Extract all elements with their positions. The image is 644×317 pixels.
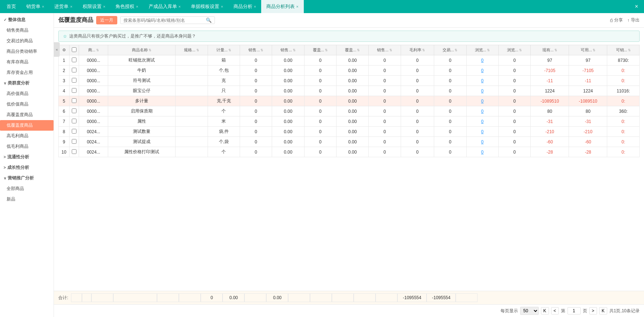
sidebar-item-low-value[interactable]: 低价值商品 bbox=[0, 99, 54, 110]
row-checkbox[interactable] bbox=[72, 119, 76, 123]
table-cell bbox=[176, 106, 208, 116]
table-cell: 0 bbox=[401, 106, 434, 116]
row-checkbox[interactable] bbox=[72, 98, 76, 103]
nav-roles[interactable]: 角色授权× bbox=[110, 0, 143, 13]
col-header-sales-amt[interactable]: 销售...⇅ bbox=[272, 45, 304, 55]
sidebar-section-overview[interactable]: ✓ 整体信息 bbox=[0, 15, 54, 25]
table-cell bbox=[70, 96, 79, 106]
share-button[interactable]: ⎙ 分享 bbox=[610, 17, 623, 23]
nav-analysis[interactable]: 商品分析× bbox=[228, 0, 261, 13]
first-page-button[interactable]: K bbox=[541, 307, 549, 314]
table-cell: 0.00 bbox=[272, 66, 304, 76]
row-checkbox[interactable] bbox=[72, 88, 76, 93]
col-header-gross[interactable]: 毛利率⇅ bbox=[401, 45, 434, 55]
col-header-browse2[interactable]: 浏览...⇅ bbox=[498, 45, 530, 55]
search-input[interactable] bbox=[123, 18, 206, 23]
row-checkbox[interactable] bbox=[72, 149, 76, 154]
sidebar-section-growth[interactable]: > 成长性分析 bbox=[0, 162, 54, 173]
sidebar-section-marketing[interactable]: ∨ 营销推广分析 bbox=[0, 173, 54, 183]
col-header-spec[interactable]: 规格...⇅ bbox=[176, 45, 208, 55]
row-checkbox[interactable] bbox=[72, 68, 76, 72]
col-header-available[interactable]: 可用...⇅ bbox=[569, 45, 607, 55]
table-cell: -60 bbox=[531, 137, 569, 147]
table-cell: 0.00 bbox=[272, 96, 304, 106]
sidebar-section-cluster[interactable]: ∨ 类群度分析 bbox=[0, 78, 54, 88]
sidebar-collapse-button[interactable]: « bbox=[54, 42, 60, 57]
sidebar-item-sales-goods[interactable]: 销售类商品 bbox=[0, 25, 54, 36]
section-arrow-marketing: ∨ bbox=[4, 176, 6, 180]
sidebar-section-circulation[interactable]: > 流通性分析 bbox=[0, 152, 54, 162]
sidebar-item-inventory-funds[interactable]: 库存资金占用 bbox=[0, 67, 54, 78]
nav-production[interactable]: 产成品入库单× bbox=[144, 0, 186, 13]
nav-roles-close[interactable]: × bbox=[136, 4, 138, 9]
export-label: 导出 bbox=[631, 17, 640, 23]
header-actions: ⎙ 分享 ↑ 导出 bbox=[610, 17, 640, 23]
nav-analysis-list[interactable]: 商品分析列表× bbox=[261, 0, 303, 13]
sidebar-item-low-coverage[interactable]: 低覆盖度商品 bbox=[0, 120, 54, 131]
next-page-button[interactable]: > bbox=[589, 307, 597, 314]
page-number-input[interactable] bbox=[568, 307, 581, 314]
table-cell bbox=[176, 147, 208, 157]
nav-template-close[interactable]: × bbox=[221, 4, 223, 9]
table-cell: 4 bbox=[59, 86, 70, 96]
nav-sales-close[interactable]: × bbox=[42, 4, 44, 9]
nav-analysis-close[interactable]: × bbox=[254, 4, 256, 9]
table-row: 50000...多计量克,千克00.0000.0000000-1089510-1… bbox=[59, 96, 640, 106]
sidebar-item-high-margin[interactable]: 高毛利商品 bbox=[0, 131, 54, 141]
col-header-saleable[interactable]: 可销...⇅ bbox=[607, 45, 640, 55]
info-icon: ☆ bbox=[63, 34, 67, 39]
col-header-trade[interactable]: 交易...⇅ bbox=[434, 45, 466, 55]
col-header-current[interactable]: 现有...⇅ bbox=[531, 45, 569, 55]
nav-home[interactable]: 首页 bbox=[1, 0, 21, 13]
footer-sales-qty: 0 bbox=[201, 293, 223, 302]
page-prefix-label: 第 bbox=[561, 308, 565, 314]
nav-template[interactable]: 单据模板设置× bbox=[186, 0, 228, 13]
select-all-checkbox[interactable] bbox=[72, 47, 76, 52]
sidebar-item-stocked-goods[interactable]: 有库存商品 bbox=[0, 57, 54, 67]
row-checkbox[interactable] bbox=[72, 129, 76, 134]
table-cell: 0 bbox=[401, 86, 434, 96]
table-cell: 0: bbox=[607, 96, 640, 106]
col-header-unit[interactable]: 计量...⇅ bbox=[208, 45, 240, 55]
col-header-sales-qty[interactable]: 销售...⇅ bbox=[240, 45, 272, 55]
row-checkbox[interactable] bbox=[72, 58, 76, 62]
col-header-settings[interactable]: ⚙ bbox=[59, 45, 70, 55]
nav-purchase[interactable]: 进货单× bbox=[49, 0, 77, 13]
filter-recent-month[interactable]: 近一月 bbox=[96, 16, 117, 24]
table-cell: 11016: bbox=[607, 86, 640, 96]
table-cell: 0 bbox=[498, 96, 530, 106]
row-checkbox[interactable] bbox=[72, 139, 76, 144]
sidebar-item-high-value[interactable]: 高价值商品 bbox=[0, 88, 54, 99]
col-header-cover1[interactable]: 覆盖...⇅ bbox=[304, 45, 336, 55]
section-label-overview: 整体信息 bbox=[8, 17, 25, 23]
nav-purchase-close[interactable]: × bbox=[70, 4, 72, 9]
nav-permissions[interactable]: 权限设置× bbox=[78, 0, 110, 13]
sidebar-item-category-rate[interactable]: 商品分类动销率 bbox=[0, 46, 54, 57]
sidebar-item-new-goods[interactable]: 新品 bbox=[0, 194, 54, 205]
nav-sales[interactable]: 销货单× bbox=[21, 0, 49, 13]
table-cell: 个,包 bbox=[208, 66, 240, 76]
col-header-cover2[interactable]: 覆盖...⇅ bbox=[336, 45, 368, 55]
export-icon: ↑ bbox=[627, 18, 629, 23]
export-button[interactable]: ↑ 导出 bbox=[627, 17, 640, 23]
last-page-button[interactable]: K bbox=[599, 307, 607, 314]
sidebar-item-traded-goods[interactable]: 交易过的商品 bbox=[0, 36, 54, 46]
nav-permissions-close[interactable]: × bbox=[103, 4, 105, 9]
per-page-select[interactable]: 50 100 200 bbox=[520, 307, 539, 315]
col-header-browse1[interactable]: 浏览...⇅ bbox=[466, 45, 498, 55]
col-header-sales3[interactable]: 销售...⇅ bbox=[369, 45, 401, 55]
sidebar-item-all-goods[interactable]: 全部商品 bbox=[0, 183, 54, 194]
col-header-code[interactable]: 商...⇅ bbox=[79, 45, 108, 55]
prev-page-button[interactable]: < bbox=[551, 307, 559, 314]
row-checkbox[interactable] bbox=[72, 78, 76, 83]
row-checkbox[interactable] bbox=[72, 108, 76, 113]
nav-production-close[interactable]: × bbox=[178, 4, 181, 9]
sidebar-item-low-margin[interactable]: 低毛利商品 bbox=[0, 141, 54, 152]
data-table: ⚙ 商...⇅ 商品名称⇅ 规格...⇅ 计量...⇅ 销售...⇅ 销售...… bbox=[58, 45, 640, 157]
col-header-name[interactable]: 商品名称⇅ bbox=[108, 45, 176, 55]
table-cell: 0 bbox=[498, 127, 530, 137]
window-close-button[interactable]: × bbox=[631, 3, 643, 10]
nav-analysis-list-close[interactable]: × bbox=[296, 4, 298, 9]
sidebar-item-high-coverage[interactable]: 高覆盖度商品 bbox=[0, 110, 54, 120]
col-header-checkbox[interactable] bbox=[70, 45, 79, 55]
